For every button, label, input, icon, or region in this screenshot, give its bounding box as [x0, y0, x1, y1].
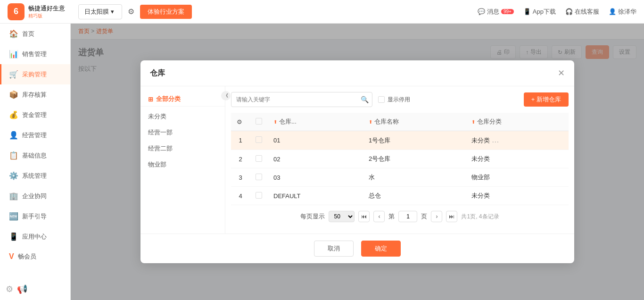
row-name: 1号仓库: [363, 131, 466, 150]
row-checkbox[interactable]: [250, 187, 268, 205]
col-header-category[interactable]: ⬆仓库分类: [466, 113, 569, 131]
message-icon: 💬: [478, 8, 485, 15]
cancel-button[interactable]: 取消: [314, 241, 354, 257]
table-wrap: ⚙ ⬆仓库... ⬆仓库名称: [231, 113, 569, 205]
sidebar-label-inventory: 库存核算: [22, 91, 47, 99]
sales-icon: 📊: [9, 50, 18, 58]
logo-area: 6 畅捷通好生意 精巧版: [8, 3, 78, 20]
sidebar-label-home: 首页: [22, 30, 34, 38]
total-info: 共1页, 4条记录: [461, 213, 499, 221]
row-num: 3: [231, 168, 250, 187]
user-item[interactable]: 👤 徐泽华: [609, 8, 636, 16]
row-num: 1: [231, 131, 250, 150]
operation-icon: 👤: [9, 131, 18, 140]
sidebar-label-enterprise: 企业协同: [22, 192, 47, 200]
col-header-gear[interactable]: ⚙: [231, 113, 250, 131]
col-header-code[interactable]: ⬆仓库...: [268, 113, 363, 131]
row-actions[interactable]: …: [492, 136, 500, 144]
app-download-item[interactable]: 📱 App下载: [523, 8, 556, 16]
service-item[interactable]: 🎧 在线客服: [565, 8, 599, 16]
row-category: 未分类: [466, 150, 569, 168]
search-input[interactable]: [231, 92, 372, 107]
category-item-dept2[interactable]: 经营二部: [140, 141, 225, 157]
page-number-input[interactable]: [398, 211, 417, 222]
main-layout: 🏠 首页 📊 销售管理 🛒 采购管理 📦 库存核算 💰 资金管理 👤 经营管理 …: [0, 24, 644, 300]
sidebar-item-system[interactable]: ⚙️ 系统管理: [0, 166, 70, 186]
sort-icon-category: ⬆: [471, 119, 475, 125]
table-row[interactable]: 4 DEFAULT 总仓 未分类: [231, 187, 569, 205]
header: 6 畅捷通好生意 精巧版 日太阳膜 ▾ ⚙ 体验行业方案 💬 消息 99+ 📱 …: [0, 0, 644, 24]
guide-icon: 🆕: [9, 212, 18, 221]
sidebar-item-operation[interactable]: 👤 经营管理: [0, 125, 70, 145]
modal-header: 仓库 ✕: [140, 60, 574, 86]
settings-bottom-icon[interactable]: ⚙: [6, 284, 13, 294]
notification-item[interactable]: 💬 消息 99+: [478, 8, 514, 16]
table-header-row: ⚙ ⬆仓库... ⬆仓库名称: [231, 113, 569, 131]
chevron-down-icon: ▾: [111, 8, 114, 15]
collapse-sidebar-button[interactable]: 《: [221, 91, 231, 100]
sidebar-item-sales[interactable]: 📊 销售管理: [0, 44, 70, 64]
sidebar-item-home[interactable]: 🏠 首页: [0, 24, 70, 44]
speaker-icon[interactable]: 📢: [17, 284, 27, 294]
modal-main-content: 🔍 显示停用 + 新增仓库: [225, 86, 574, 233]
row-checkbox[interactable]: [250, 150, 268, 168]
row-name: 水: [363, 168, 466, 187]
service-label: 在线客服: [575, 8, 599, 16]
col-header-name[interactable]: ⬆仓库名称: [363, 113, 466, 131]
sidebar-item-finance[interactable]: 💰 资金管理: [0, 105, 70, 125]
prev-page-button[interactable]: ‹: [373, 211, 385, 222]
row-checkbox[interactable]: [250, 168, 268, 187]
add-warehouse-button[interactable]: + 新增仓库: [524, 92, 569, 107]
category-item-property[interactable]: 物业部: [140, 157, 225, 173]
main-area: 首页 > 进货单 进货单 🖨 印 ↑ 导出 ↻ 刷新 查询 设置 按以下: [71, 24, 644, 300]
sidebar-item-enterprise[interactable]: 🏢 企业协同: [0, 186, 70, 206]
row-code: 01: [268, 131, 363, 150]
show-disabled-checkbox[interactable]: [378, 96, 385, 103]
sidebar-item-guide[interactable]: 🆕 新手引导: [0, 206, 70, 226]
table-row[interactable]: 2 02 2号仓库 未分类: [231, 150, 569, 168]
sidebar-label-purchase: 采购管理: [22, 70, 47, 79]
next-page-button[interactable]: ›: [431, 211, 442, 222]
category-item-unclassified[interactable]: 未分类: [140, 108, 225, 125]
member-icon: V: [9, 252, 14, 261]
system-icon: ⚙️: [9, 171, 18, 180]
search-bar: 🔍 显示停用 + 新增仓库: [231, 92, 569, 107]
table-row[interactable]: 3 03 水 物业部: [231, 168, 569, 187]
page-size-label: 每页显示: [300, 212, 325, 221]
category-item-dept1[interactable]: 经营一部: [140, 125, 225, 141]
industry-button[interactable]: 体验行业方案: [140, 5, 192, 19]
confirm-button[interactable]: 确定: [361, 241, 401, 257]
sidebar-label-guide: 新手引导: [22, 212, 47, 221]
sidebar-item-apps[interactable]: 📱 应用中心: [0, 226, 70, 247]
page-label: 页: [421, 212, 427, 221]
settings-icon[interactable]: ⚙: [128, 7, 134, 16]
store-name: 日太阳膜: [84, 8, 109, 16]
sidebar-label-basic: 基础信息: [22, 151, 47, 160]
username: 徐泽华: [618, 8, 636, 16]
sidebar-label-finance: 资金管理: [22, 111, 47, 119]
search-icon[interactable]: 🔍: [361, 96, 369, 103]
row-checkbox[interactable]: [250, 131, 268, 150]
basic-icon: 📋: [9, 151, 18, 160]
sort-icon-code: ⬆: [273, 119, 277, 125]
sidebar-item-purchase[interactable]: 🛒 采购管理: [0, 64, 70, 84]
category-sidebar: ⊞ 全部分类 《 未分类 经营一部 经营二部 物业部: [140, 86, 225, 233]
inventory-icon: 📦: [9, 90, 18, 99]
table-row[interactable]: 1 01 1号仓库 未分类 …: [231, 131, 569, 150]
store-selector[interactable]: 日太阳膜 ▾: [78, 4, 122, 19]
app-label: App下载: [533, 8, 556, 16]
modal-body: ⊞ 全部分类 《 未分类 经营一部 经营二部 物业部: [140, 86, 574, 233]
modal-close-button[interactable]: ✕: [558, 68, 565, 78]
search-input-wrap: 🔍: [231, 92, 372, 107]
last-page-button[interactable]: ⏭: [446, 211, 457, 222]
first-page-button[interactable]: ⏮: [358, 211, 370, 222]
sidebar-item-member[interactable]: V 畅会员: [0, 247, 70, 267]
enterprise-icon: 🏢: [9, 192, 18, 200]
page-size-select[interactable]: 10 20 50 100: [329, 211, 355, 222]
sidebar-item-basic[interactable]: 📋 基础信息: [0, 145, 70, 166]
notification-badge: 99+: [501, 9, 514, 14]
col-header-checkbox[interactable]: [250, 113, 268, 131]
sidebar-item-inventory[interactable]: 📦 库存核算: [0, 84, 70, 105]
logo-icon: 6: [8, 3, 25, 20]
logo-sub: 精巧版: [28, 13, 65, 19]
